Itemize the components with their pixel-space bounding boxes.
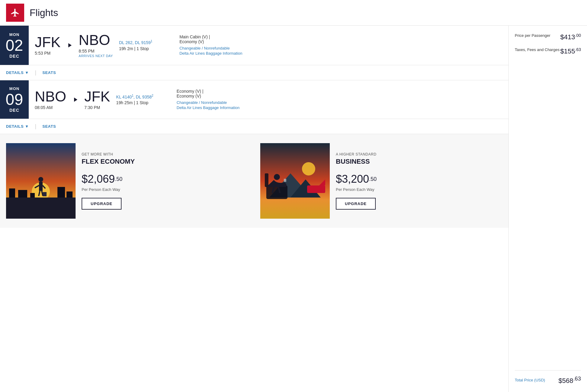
total-label: Total Price (USD) — [515, 378, 545, 382]
svg-rect-26 — [284, 179, 286, 182]
per-passenger-row: Price per Passenger $413.00 — [515, 33, 581, 41]
upgrade-card-flex: GET MORE WITH FLEX ECONOMY $2,069.50 Per… — [6, 143, 248, 219]
flight-2-cabin-name: Economy (V) | Economy (V) — [177, 89, 239, 98]
flight-1-origin-code: JFK — [35, 35, 60, 50]
upgrade-business-text: A HIGHER STANDARD BUSINESS $3,200.50 Per… — [336, 152, 502, 210]
flight-2-details-bar: DETAILS ▼ | SEATS — [0, 119, 508, 134]
svg-rect-2 — [6, 198, 76, 219]
svg-rect-4 — [18, 190, 27, 198]
upgrade-flex-price: $2,069.50 — [82, 173, 248, 185]
flight-1-origin: JFK 5:53 PM — [35, 35, 60, 56]
upgrade-card-business: A HIGHER STANDARD BUSINESS $3,200.50 Per… — [260, 143, 502, 219]
flight-2-seats-button[interactable]: SEATS — [42, 124, 56, 129]
flight-2-numbers: KL 41401, DL 93582 — [116, 94, 164, 99]
header-icon-bg — [6, 4, 24, 22]
flight-2-arrow — [66, 96, 84, 103]
total-row: Total Price (USD) $568.63 — [515, 370, 581, 385]
flight-1-details-bar: DETAILS ▼ | SEATS — [0, 65, 508, 80]
arrow-right-icon-2 — [72, 96, 79, 103]
upgrade-business-button[interactable]: UPGRADE — [336, 198, 376, 210]
flight-1-numbers: DL 262, DL 91591 — [119, 40, 167, 45]
flight-1-month: DEC — [9, 54, 19, 59]
upgrade-business-price-cents: .50 — [369, 176, 377, 182]
per-passenger-label: Price per Passenger — [515, 33, 550, 38]
right-panel: Price per Passenger $413.00 Taxes, Fees … — [508, 26, 587, 392]
svg-rect-3 — [9, 188, 15, 198]
svg-rect-21 — [266, 185, 287, 199]
flight-1-changeable-link[interactable]: Changeable / Nonrefundable — [180, 46, 242, 50]
flight-2-day-num: 09 — [6, 92, 23, 107]
flight-1-duration: 19h 2m | 1 Stop — [119, 46, 167, 51]
flight-2-cabin: Economy (V) | Economy (V) Changeable / N… — [170, 89, 245, 111]
upgrade-flex-title: FLEX ECONOMY — [82, 158, 248, 165]
flight-2-changeable-link[interactable]: Changeable / Nonrefundable — [177, 100, 239, 105]
flight-2-destination-code: JFK — [84, 89, 110, 104]
details-bar-divider-2: | — [35, 123, 37, 130]
chevron-down-icon: ▼ — [25, 70, 29, 75]
upgrade-flex-svg — [6, 143, 76, 219]
flight-2-day-name: MON — [9, 86, 19, 91]
flight-2-origin-time: 08:05 AM — [35, 105, 66, 110]
flight-2-info: NBO 08:05 AM JFK 7:30 PM — [29, 80, 508, 119]
svg-point-20 — [302, 162, 315, 175]
flight-1-cabin-name: Main Cabin (V) | Economy (V) — [180, 34, 242, 44]
flight-card-2: MON 09 DEC NBO 08:05 AM — [0, 80, 508, 134]
details-bar-divider-1: | — [35, 69, 37, 76]
svg-rect-7 — [66, 191, 73, 198]
svg-point-8 — [38, 177, 43, 182]
left-panel: MON 02 DEC JFK 5:53 PM — [0, 26, 508, 392]
upgrade-flex-price-label: Per Person Each Way — [82, 187, 248, 192]
upgrade-business-price: $3,200.50 — [336, 173, 502, 185]
flight-1-destination-note: ARRIVES NEXT DAY — [79, 54, 113, 58]
upgrade-business-svg — [260, 143, 330, 219]
arrow-right-icon — [66, 42, 73, 49]
flight-1-arrow — [60, 42, 79, 49]
flight-2-date-col: MON 09 DEC — [0, 80, 29, 119]
per-passenger-value: $413.00 — [560, 33, 581, 41]
flight-2-baggage-link[interactable]: Delta Air Lines Baggage Information — [177, 105, 239, 110]
upgrade-flex-text: GET MORE WITH FLEX ECONOMY $2,069.50 Per… — [82, 152, 248, 210]
flight-2-details-button[interactable]: DETAILS ▼ — [6, 124, 29, 129]
upgrade-business-price-label: Per Person Each Way — [336, 187, 502, 192]
flight-1-details-button[interactable]: DETAILS ▼ — [6, 70, 29, 75]
upgrade-flex-price-main: $2,069 — [82, 173, 115, 185]
flight-1-details: DL 262, DL 91591 19h 2m | 1 Stop — [113, 40, 174, 51]
airplane-icon — [10, 8, 20, 18]
flight-1-day-num: 02 — [6, 37, 23, 53]
flight-1-destination-time: 8:55 PM — [79, 49, 113, 53]
right-panel-inner: Price per Passenger $413.00 Taxes, Fees … — [515, 33, 581, 385]
page-title: Flights — [30, 7, 58, 18]
svg-rect-6 — [57, 187, 65, 198]
upgrade-business-price-main: $3,200 — [336, 173, 369, 185]
upgrade-section: GET MORE WITH FLEX ECONOMY $2,069.50 Per… — [0, 134, 508, 228]
taxes-label: Taxes, Fees and Charges — [515, 47, 559, 53]
flight-1-day-name: MON — [9, 32, 19, 37]
upgrade-business-title: BUSINESS — [336, 158, 502, 165]
upgrade-flex-image — [6, 143, 76, 219]
svg-rect-5 — [30, 193, 35, 198]
svg-rect-18 — [307, 185, 325, 193]
svg-point-23 — [274, 174, 280, 180]
flight-1-baggage-link[interactable]: Delta Air Lines Baggage Information — [180, 51, 242, 56]
flight-2-details: KL 41401, DL 93582 19h 25m | 1 Stop — [110, 94, 170, 105]
chevron-down-icon-2: ▼ — [25, 124, 29, 129]
flight-2-month: DEC — [9, 108, 19, 113]
flight-1-seats-button[interactable]: SEATS — [42, 70, 56, 75]
svg-rect-14 — [43, 192, 47, 196]
flight-1-info: JFK 5:53 PM NBO 8:55 PM — [29, 26, 508, 65]
header: Flights — [0, 0, 587, 26]
flight-2-duration: 19h 25m | 1 Stop — [116, 100, 164, 105]
upgrade-flex-eyebrow: GET MORE WITH — [82, 152, 248, 156]
taxes-value: $155.63 — [560, 47, 581, 55]
flight-card-1: MON 02 DEC JFK 5:53 PM — [0, 26, 508, 80]
upgrade-flex-button[interactable]: UPGRADE — [82, 198, 122, 210]
svg-rect-9 — [39, 182, 43, 191]
flight-2-destination-time: 7:30 PM — [84, 105, 110, 110]
flight-2-destination: JFK 7:30 PM — [84, 89, 110, 110]
flight-1-date-col: MON 02 DEC — [0, 26, 29, 65]
flight-card-1-body: MON 02 DEC JFK 5:53 PM — [0, 26, 508, 65]
upgrade-business-eyebrow: A HIGHER STANDARD — [336, 152, 502, 156]
upgrade-business-image — [260, 143, 330, 219]
flight-2-origin-code: NBO — [35, 89, 66, 104]
svg-rect-22 — [265, 173, 268, 187]
